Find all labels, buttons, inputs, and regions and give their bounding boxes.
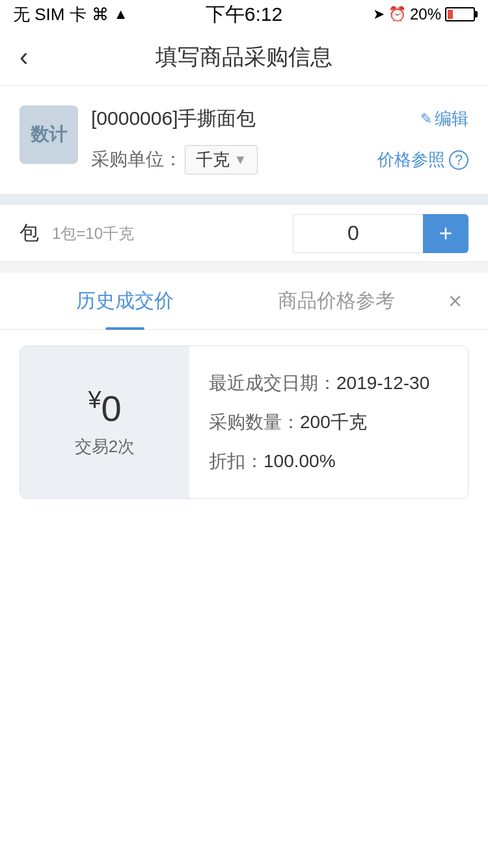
main-content-area [0,515,488,868]
unit-dropdown-arrow: ▼ [234,152,247,167]
help-icon: ? [449,150,468,170]
quantity-unit-label: 包 [20,220,39,247]
price-card: ¥0 交易2次 最近成交日期：2019-12-30 采购数量：200千克 折扣：… [20,346,468,499]
discount-row: 折扣：100.00% [209,448,448,475]
purchase-qty-label: 采购数量： [209,412,300,432]
tab-close-button[interactable]: × [442,281,468,321]
page-title: 填写商品采购信息 [156,42,332,72]
section-divider [0,195,488,205]
currency-symbol: ¥ [88,387,101,413]
status-bar: 无 SIM 卡 ⌘ ▲ 下午6:12 ➤ ⏰ 20% [0,0,488,29]
price-value: 0 [101,387,121,428]
price-details: 最近成交日期：2019-12-30 采购数量：200千克 折扣：100.00% [189,346,468,498]
edit-button[interactable]: ✎ 编辑 [420,107,468,130]
tabs-header: 历史成交价 商品价格参考 × [0,273,488,330]
wifi-icon: ⌘ [92,5,109,25]
unit-select[interactable]: 千克 ▼ [185,145,258,174]
location-icon: ➤ [373,6,385,23]
quantity-input-group: + [293,214,468,253]
nav-bar: ‹ 填写商品采购信息 [0,29,488,86]
no-sim-label: 无 SIM 卡 [13,3,87,26]
back-button[interactable]: ‹ [13,36,34,78]
price-amount: ¥0 [88,387,121,429]
status-indicators: ➤ ⏰ 20% [373,5,475,23]
unit-value: 千克 [196,148,230,171]
recent-date-label: 最近成交日期： [209,373,336,393]
tab-price-reference[interactable]: 商品价格参考 [230,273,441,330]
product-name: [0000006]手撕面包 [91,105,256,132]
quantity-row: 包 1包=10千克 + [0,205,488,262]
product-section: 数计 [0000006]手撕面包 ✎ 编辑 采购单位： 千克 ▼ 价格 [0,86,488,195]
edit-icon: ✎ [420,111,432,128]
recent-date-row: 最近成交日期：2019-12-30 [209,370,448,397]
battery-percent: 20% [410,5,441,23]
alarm-icon: ⏰ [388,6,406,23]
quantity-input[interactable] [293,214,423,253]
status-time: 下午6:12 [206,1,282,28]
trade-count: 交易2次 [75,435,135,458]
status-carrier: 无 SIM 卡 ⌘ ▲ [13,3,128,26]
price-summary: ¥0 交易2次 [20,346,189,498]
wifi-signal-icon: ▲ [114,6,128,23]
price-card-area: ¥0 交易2次 最近成交日期：2019-12-30 采购数量：200千克 折扣：… [0,330,488,515]
edit-label: 编辑 [435,107,468,130]
unit-label: 采购单位： [91,149,182,169]
tab-history-price[interactable]: 历史成交价 [20,273,230,330]
quantity-plus-button[interactable]: + [423,214,468,253]
recent-date-value: 2019-12-30 [336,373,429,393]
quantity-sub-label: 1包=10千克 [52,223,293,244]
price-ref-label: 价格参照 [377,148,445,171]
price-reference-button[interactable]: 价格参照 ? [377,148,468,171]
purchase-qty-row: 采购数量：200千克 [209,409,448,436]
discount-value: 100.00% [264,451,336,471]
battery-icon [445,7,475,21]
purchase-qty-value: 200千克 [300,412,367,432]
tabs-section: 历史成交价 商品价格参考 × ¥0 交易2次 最近成交日期：2019-12-30… [0,273,488,868]
product-thumbnail: 数计 [20,105,78,164]
discount-label: 折扣： [209,451,264,471]
product-info: [0000006]手撕面包 ✎ 编辑 采购单位： 千克 ▼ 价格参照 ? [91,105,468,174]
